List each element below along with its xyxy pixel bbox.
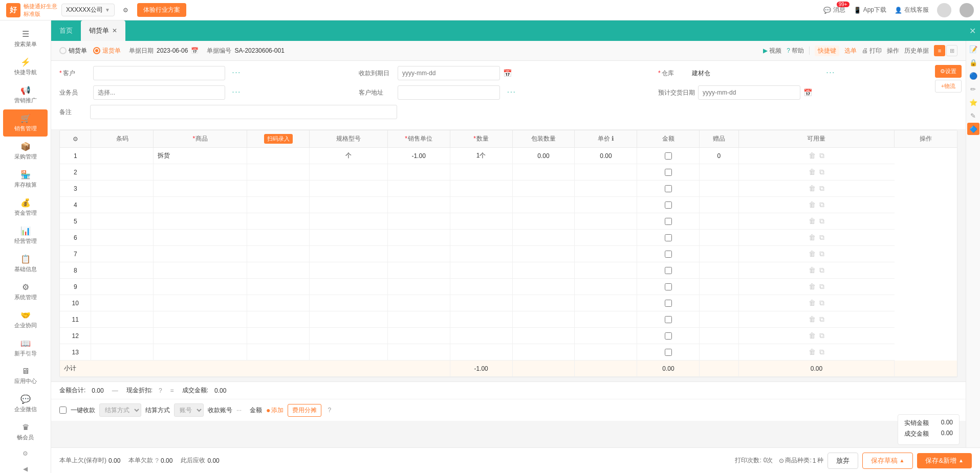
row-unit-price[interactable]	[512, 279, 575, 295]
logistics-button[interactable]: +物流	[935, 80, 962, 93]
row-copy-icon[interactable]: ⧉	[819, 151, 824, 160]
tab-home[interactable]: 首页	[51, 20, 81, 41]
row-unit-price[interactable]	[512, 230, 575, 246]
select-action[interactable]: 选单	[844, 47, 857, 55]
row-unit-price[interactable]	[512, 295, 575, 311]
discard-button[interactable]: 放弃	[827, 453, 858, 469]
row-quantity[interactable]	[387, 213, 450, 230]
row-delete-icon[interactable]: 🗑	[809, 217, 816, 225]
row-copy-icon[interactable]: ⧉	[819, 233, 824, 241]
sidebar-item-marketing[interactable]: 📢 营销推广	[3, 81, 48, 108]
row-product[interactable]	[154, 230, 247, 246]
row-unit-price[interactable]	[512, 164, 575, 181]
row-quantity[interactable]	[387, 311, 450, 328]
right-panel-item-6[interactable]: ✎	[967, 109, 979, 122]
sidebar-collapse-btn[interactable]: ◀	[0, 461, 51, 473]
save-draft-button[interactable]: 保存草稿 ▲	[862, 453, 913, 469]
shortcut-action[interactable]: 快捷键	[815, 46, 839, 56]
row-gift[interactable]	[637, 197, 700, 213]
row-product[interactable]	[154, 279, 247, 295]
row-product[interactable]	[154, 246, 247, 262]
row-unit-price[interactable]	[512, 246, 575, 262]
row-unit-price[interactable]	[512, 181, 575, 197]
trial-button[interactable]: 体验行业方案	[137, 3, 186, 17]
expense-split-button[interactable]: 费用分摊	[288, 404, 321, 417]
sidebar-item-management[interactable]: 📊 经营管理	[3, 222, 48, 249]
account-dots[interactable]: ···	[236, 407, 242, 414]
row-product[interactable]	[154, 262, 247, 279]
debt-question-icon[interactable]: ?	[155, 457, 159, 464]
right-panel-item-2[interactable]: 🔒	[967, 56, 979, 69]
row-product[interactable]	[154, 344, 247, 361]
row-barcode[interactable]	[91, 230, 154, 246]
address-dots[interactable]: ···	[503, 85, 658, 100]
row-quantity[interactable]	[387, 328, 450, 344]
sidebar-item-app-center[interactable]: 🖥 应用中心	[3, 363, 48, 389]
row-gift[interactable]	[637, 311, 700, 328]
list-view-btn[interactable]: ≡	[934, 45, 945, 56]
sidebar-item-collab[interactable]: 🤝 企业协同	[3, 306, 48, 333]
app-download-button[interactable]: 📱 App下载	[854, 6, 886, 14]
print-action[interactable]: 🖨 打印	[862, 47, 882, 55]
row-spec[interactable]	[247, 213, 310, 230]
row-copy-icon[interactable]: ⧉	[819, 331, 824, 340]
row-copy-icon[interactable]: ⧉	[819, 315, 824, 323]
row-barcode[interactable]	[91, 295, 154, 311]
row-unit-price[interactable]	[512, 213, 575, 230]
one-click-payment-checkbox[interactable]	[59, 407, 67, 414]
row-quantity[interactable]: -1.00	[387, 148, 450, 164]
row-quantity[interactable]	[387, 279, 450, 295]
grid-view-btn[interactable]: ⊞	[946, 45, 957, 56]
calendar-icon[interactable]: 📅	[191, 47, 199, 54]
video-action[interactable]: ▶ 视频	[763, 47, 781, 55]
row-copy-icon[interactable]: ⧉	[819, 250, 824, 258]
row-gift[interactable]	[637, 344, 700, 361]
row-barcode[interactable]	[91, 279, 154, 295]
row-spec[interactable]	[247, 311, 310, 328]
save-new-button[interactable]: 保存&新增 ▲	[917, 453, 972, 468]
row-gift[interactable]	[637, 148, 700, 164]
sidebar-item-guide[interactable]: 📖 新手引导	[3, 334, 48, 362]
row-gift[interactable]	[637, 230, 700, 246]
sidebar-item-search[interactable]: ☰ 搜索菜单	[3, 25, 48, 52]
sidebar-item-inventory[interactable]: 🏪 库存核算	[3, 166, 48, 193]
row-copy-icon[interactable]: ⧉	[819, 348, 824, 356]
company-selector[interactable]: XXXXXX公司 ▼	[61, 4, 115, 16]
sidebar-item-sales[interactable]: 🛒 销售管理	[3, 109, 48, 137]
right-panel-item-3[interactable]: 🔵	[967, 70, 979, 82]
th-settings[interactable]: ⚙	[60, 130, 91, 148]
row-product[interactable]	[154, 311, 247, 328]
row-delete-icon[interactable]: 🗑	[809, 315, 816, 323]
sidebar-item-basic-info[interactable]: 📋 基础信息	[3, 250, 48, 277]
row-product[interactable]	[154, 181, 247, 197]
row-barcode[interactable]	[91, 311, 154, 328]
right-panel-item-1[interactable]: 📝	[967, 43, 979, 55]
customer-input[interactable]	[93, 66, 225, 80]
tab-close-window[interactable]: ✕	[969, 26, 976, 36]
row-copy-icon[interactable]: ⧉	[819, 282, 824, 290]
scan-button[interactable]: 扫码录入	[264, 134, 293, 144]
row-barcode[interactable]	[91, 197, 154, 213]
radio-sales-order[interactable]: 销货单	[59, 47, 87, 55]
question-icon[interactable]: ?	[159, 387, 162, 394]
row-unit-price[interactable]	[512, 197, 575, 213]
sidebar-item-system[interactable]: ⚙ 系统管理	[3, 278, 48, 305]
message-button[interactable]: 💬 消息 99+	[823, 6, 845, 14]
salesperson-input[interactable]	[93, 85, 225, 100]
row-spec[interactable]	[247, 295, 310, 311]
row-delete-icon[interactable]: 🗑	[809, 282, 816, 290]
row-copy-icon[interactable]: ⧉	[819, 168, 824, 176]
row-barcode[interactable]	[91, 164, 154, 181]
salesperson-dots[interactable]: ···	[228, 85, 359, 100]
row-gift[interactable]	[637, 328, 700, 344]
row-barcode[interactable]	[91, 246, 154, 262]
account-select[interactable]: 账号	[174, 403, 204, 417]
row-delete-icon[interactable]: 🗑	[809, 348, 816, 356]
row-spec[interactable]	[247, 164, 310, 181]
right-panel-item-4[interactable]: ✏	[967, 83, 979, 95]
row-copy-icon[interactable]: ⧉	[819, 184, 824, 192]
settlement-method-select[interactable]: 结算方式	[99, 403, 141, 417]
row-delete-icon[interactable]: 🗑	[809, 151, 816, 160]
sidebar-item-purchase[interactable]: 📦 采购管理	[3, 138, 48, 165]
row-spec[interactable]	[247, 328, 310, 344]
